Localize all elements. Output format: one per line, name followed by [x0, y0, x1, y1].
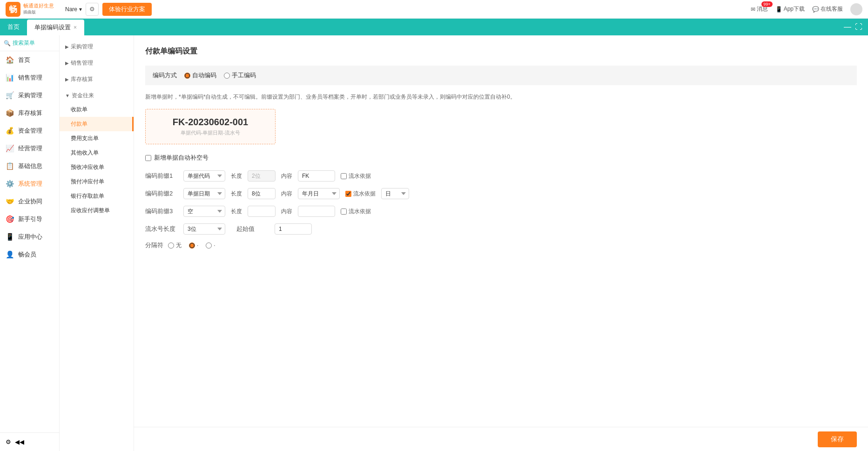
sub-item-expense[interactable]: 费用支出单	[60, 131, 134, 146]
sidebar-item-guide-label: 新手引导	[18, 215, 42, 223]
settings-bottom-icon[interactable]: ⚙	[6, 438, 11, 445]
expand-icon[interactable]: ⛶	[855, 23, 862, 31]
prefix1-waterfall-checkbox[interactable]	[341, 173, 347, 179]
tab-home[interactable]: 首页	[0, 19, 27, 35]
sidebar-item-member[interactable]: 👤 畅会员	[0, 246, 59, 263]
minimize-icon[interactable]: —	[844, 23, 851, 31]
prefix1-waterfall-label[interactable]: 流水依据	[341, 172, 371, 180]
footer-bar: 保存	[134, 427, 868, 451]
save-button[interactable]: 保存	[818, 431, 857, 447]
manual-code-radio-label[interactable]: 手工编码	[224, 71, 256, 80]
prefix2-waterfall-text: 流水依据	[353, 190, 376, 198]
sidebar-item-inventory[interactable]: 📦 库存核算	[0, 104, 59, 122]
sub-group-capital-title[interactable]: ▼ 资金往来	[60, 89, 134, 102]
sub-item-payment-label: 付款单	[71, 121, 87, 127]
sep-radio-dash[interactable]: ·	[206, 242, 215, 249]
sub-item-receipt[interactable]: 收款单	[60, 102, 134, 117]
prefix-row-1: 编码前缀1 单据代码 长度 内容 流水依据	[145, 170, 857, 182]
sep-radio-dash-input[interactable]	[206, 242, 212, 249]
prefix1-length-input	[248, 170, 276, 182]
sub-group-purchase-title[interactable]: ▶ 采购管理	[60, 40, 134, 54]
service-icon: 💬	[812, 6, 819, 13]
sub-group-sales-title[interactable]: ▶ 销售管理	[60, 56, 134, 70]
tab-encoding-label: 单据编码设置	[34, 23, 71, 32]
serial-length-select[interactable]: 3位	[183, 223, 225, 235]
sub-sidebar: ▶ 采购管理 ▶ 销售管理 ▶ 库存核算 ▼ 资金往来 收款单 付款单 费用支出…	[60, 35, 134, 451]
prefix1-content-input[interactable]	[298, 170, 335, 182]
tab-close-icon[interactable]: ×	[74, 24, 77, 31]
collapse-icon[interactable]: ◀◀	[15, 438, 24, 445]
avatar[interactable]	[850, 3, 862, 15]
sub-item-expense-label: 费用支出单	[71, 135, 99, 141]
sub-group-capital: ▼ 资金往来 收款单 付款单 费用支出单 其他收入单 预收冲应收单 预付冲应付单…	[60, 89, 134, 218]
prefix3-waterfall-label[interactable]: 流水依据	[341, 208, 371, 215]
sep-radio-none-input[interactable]	[168, 242, 174, 249]
prefix1-select[interactable]: 单据代码	[183, 170, 225, 182]
start-value-input[interactable]	[275, 223, 312, 235]
prefix2-select[interactable]: 单据日期	[183, 188, 225, 199]
sidebar-item-app-label: 应用中心	[18, 233, 42, 241]
sub-item-receipt-label: 收款单	[71, 106, 87, 113]
app-icon: 📱	[775, 6, 782, 13]
sep-none-label: 无	[176, 242, 182, 249]
sidebar-item-system[interactable]: ⚙️ 系统管理	[0, 175, 59, 193]
prefix3-select[interactable]: 空	[183, 206, 225, 217]
sidebar-item-purchase[interactable]: 🛒 采购管理	[0, 87, 59, 104]
sidebar-item-basic-info[interactable]: 📋 基础信息	[0, 157, 59, 175]
sidebar-item-app[interactable]: 📱 应用中心	[0, 228, 59, 246]
prefix3-length-input[interactable]	[248, 206, 276, 217]
sub-group-inventory-title[interactable]: ▶ 库存核算	[60, 73, 134, 86]
company-name: Nare	[65, 6, 77, 13]
prefix2-content-label: 内容	[281, 190, 292, 198]
company-selector[interactable]: Nare ▾	[65, 6, 82, 13]
sidebar-item-enterprise[interactable]: 🤝 企业协同	[0, 193, 59, 210]
experience-button[interactable]: 体验行业方案	[102, 3, 152, 16]
auto-fill-checkbox[interactable]	[145, 155, 151, 161]
sub-item-payment[interactable]: 付款单	[60, 117, 134, 131]
sidebar-item-guide[interactable]: 🎯 新手引导	[0, 210, 59, 228]
prefix3-waterfall-checkbox[interactable]	[341, 209, 347, 215]
main-content: 付款单编码设置 编码方式 自动编码 手工编码 新增单据时，*单据编码*自动生成，…	[134, 35, 868, 451]
prefix2-length-input[interactable]	[248, 188, 276, 199]
sub-item-ar-ap-adjust[interactable]: 应收应付调整单	[60, 203, 134, 218]
manual-code-radio[interactable]	[224, 73, 230, 79]
message-button[interactable]: ✉ 消息 99+	[751, 5, 768, 13]
top-header: 畅 畅通道好生意 插曲版 Nare ▾ ⚙ 体验行业方案 ✉ 消息 99+ 📱 …	[0, 0, 868, 19]
app-download-button[interactable]: 📱 App下载	[775, 5, 805, 13]
code-preview-sub: 单据代码-单据日期-流水号	[157, 129, 264, 136]
sub-item-bank-deposit[interactable]: 银行存取款单	[60, 189, 134, 203]
sidebar-item-system-label: 系统管理	[18, 180, 42, 188]
prefix1-waterfall-text: 流水依据	[349, 172, 371, 180]
sub-group-purchase-label: 采购管理	[71, 43, 93, 51]
prefix3-content-label: 内容	[281, 208, 292, 215]
prefix2-waterfall-label[interactable]: 流水依据	[345, 190, 376, 198]
sep-radio-none[interactable]: 无	[168, 242, 182, 249]
prefix2-content-select[interactable]: 年月日	[298, 188, 340, 199]
sep-radio-dot[interactable]: ·	[189, 242, 198, 249]
tab-bar: 首页 单据编码设置 × — ⛶	[0, 19, 868, 35]
sub-item-prepaid-payable[interactable]: 预付冲应付单	[60, 175, 134, 189]
sub-group-sales: ▶ 销售管理	[60, 56, 134, 70]
separator-radio-group: 无 · ·	[168, 242, 215, 249]
search-menu-button[interactable]: 🔍 搜索菜单	[0, 35, 59, 51]
prefix2-label: 编码前缀2	[145, 189, 178, 198]
auto-code-radio[interactable]	[184, 73, 190, 79]
tab-encoding[interactable]: 单据编码设置 ×	[27, 20, 84, 35]
manual-code-label: 手工编码	[232, 71, 256, 80]
sub-item-other-income[interactable]: 其他收入单	[60, 146, 134, 160]
settings-button[interactable]: ⚙	[86, 3, 99, 16]
sidebar-item-home-label: 首页	[18, 56, 30, 64]
auto-code-radio-label[interactable]: 自动编码	[184, 71, 216, 80]
sub-item-prepaid-receivable[interactable]: 预收冲应收单	[60, 160, 134, 175]
sep-radio-dot-input[interactable]	[189, 242, 195, 249]
sidebar-item-operations[interactable]: 📈 经营管理	[0, 140, 59, 157]
sidebar-item-finance[interactable]: 💰 资金管理	[0, 122, 59, 140]
prefix3-content-input[interactable]	[298, 206, 335, 217]
message-icon: ✉	[751, 6, 755, 13]
sidebar-item-sales[interactable]: 📊 销售管理	[0, 69, 59, 87]
prefix2-waterfall-checkbox[interactable]	[345, 191, 351, 197]
sidebar-item-home[interactable]: 🏠 首页	[0, 51, 59, 69]
sep-dash-label: ·	[214, 242, 215, 249]
online-service-button[interactable]: 💬 在线客服	[812, 5, 843, 13]
prefix2-day-select[interactable]: 日	[381, 188, 409, 199]
